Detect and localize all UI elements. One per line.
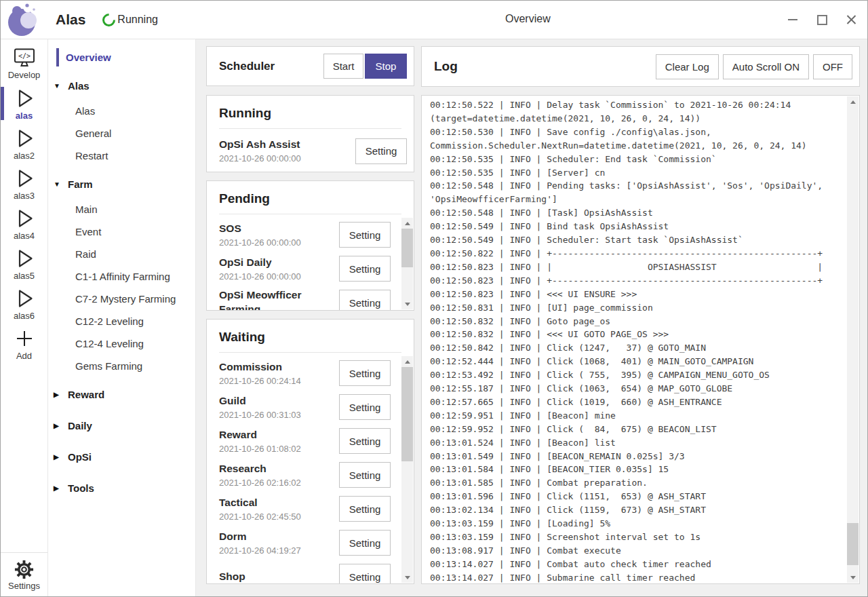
log-title: Log <box>434 59 652 74</box>
setting-button[interactable]: Setting <box>339 256 391 282</box>
rail-item-add[interactable]: Add <box>1 324 47 364</box>
log-line: 00:12:50.548 | INFO | Pending tasks: ['O… <box>430 179 846 193</box>
scroll-up-icon[interactable] <box>401 218 413 229</box>
scrollbar-thumb[interactable] <box>401 367 413 461</box>
nav-item-general[interactable]: General <box>48 122 195 145</box>
auto-scroll-off-button[interactable]: OFF <box>813 54 852 79</box>
setting-button[interactable]: Setting <box>339 360 391 386</box>
nav-item-label: Overview <box>66 52 111 63</box>
log-scrollbar[interactable] <box>847 96 859 583</box>
play-icon <box>13 167 36 190</box>
minimize-button[interactable] <box>787 14 798 25</box>
nav-item-gems-farming[interactable]: Gems Farming <box>48 355 195 377</box>
setting-button[interactable]: Setting <box>339 290 391 310</box>
nav-item-overview[interactable]: Overview <box>48 47 195 67</box>
rail-item-alas5[interactable]: alas5 <box>1 244 47 284</box>
setting-button[interactable]: Setting <box>355 138 407 164</box>
setting-button[interactable]: Setting <box>339 428 391 454</box>
close-button[interactable] <box>846 14 856 25</box>
rail-item-alas[interactable]: alas <box>1 83 47 123</box>
nav-group-header-opsi[interactable]: ▶ OpSi <box>48 443 195 471</box>
play-icon <box>13 127 36 150</box>
nav-item-alas[interactable]: Alas <box>48 100 195 122</box>
rail-item-label: alas3 <box>14 191 35 201</box>
triangle-collapsed-icon: ▶ <box>54 422 62 429</box>
scroll-down-icon[interactable] <box>401 298 413 309</box>
waiting-scrollbar[interactable] <box>401 356 413 583</box>
nav-item-c7-2-mystery-farming[interactable]: C7-2 Mystery Farming <box>48 288 195 310</box>
task-row: SOS 2021-10-26 00:00:00 Setting <box>219 218 391 252</box>
triangle-collapsed-icon: ▶ <box>54 391 62 398</box>
start-button[interactable]: Start <box>323 54 363 79</box>
rail-item-alas2[interactable]: alas2 <box>1 123 47 163</box>
running-card: Running OpSi Ash Assist 2021-10-26 00:00… <box>206 95 414 172</box>
rail-item-label: alas4 <box>14 231 35 241</box>
task-name: Tactical <box>219 495 339 509</box>
nav-group-label: Daily <box>68 420 92 431</box>
log-column: Log Clear Log Auto Scroll ON OFF 00:12:5… <box>421 46 860 584</box>
task-name: Dorm <box>219 529 339 543</box>
nav-group-header-tools[interactable]: ▶ Tools <box>48 474 195 502</box>
running-title: Running <box>219 96 401 129</box>
rail-item-alas4[interactable]: alas4 <box>1 204 47 244</box>
setting-button[interactable]: Setting <box>339 496 391 522</box>
clear-log-button[interactable]: Clear Log <box>656 54 719 79</box>
nav-item-c12-4-leveling[interactable]: C12-4 Leveling <box>48 332 195 355</box>
scrollbar-thumb[interactable] <box>401 229 413 267</box>
nav-group-header-alas[interactable]: ▼ Alas <box>48 72 195 100</box>
task-time: 2021-10-26 00:31:03 <box>219 409 339 421</box>
rail-item-alas6[interactable]: alas6 <box>1 284 47 324</box>
setting-button[interactable]: Setting <box>339 564 391 583</box>
instance-rail: </> Develop alas alas2 alas3 alas4 <box>1 39 48 596</box>
log-line: 00:12:59.952 | INFO | Click ( 84, 675) @… <box>430 423 846 436</box>
scrollbar-thumb[interactable] <box>847 523 859 565</box>
triangle-expanded-icon: ▼ <box>54 180 62 188</box>
rail-item-label: Add <box>16 351 32 361</box>
task-row: Shop Setting <box>219 560 391 583</box>
setting-button[interactable]: Setting <box>339 462 391 488</box>
pending-scrollbar[interactable] <box>401 218 413 309</box>
log-line: 00:12:50.530 | INFO | Save config ./conf… <box>430 126 846 139</box>
scheduler-column: Scheduler Start Stop Running OpSi Ash As… <box>206 46 414 584</box>
nav-group-header-reward[interactable]: ▶ Reward <box>48 381 195 408</box>
task-row: Reward 2021-10-26 01:08:02 Setting <box>219 424 391 458</box>
log-line: 00:12:50.823 | INFO | +-----------------… <box>430 274 846 288</box>
maximize-icon <box>817 15 827 25</box>
log-line: 00:12:50.822 | INFO | +-----------------… <box>430 247 846 261</box>
play-icon <box>13 207 36 230</box>
task-name: Shop <box>219 569 339 583</box>
log-line: 00:13:08.917 | INFO | Combat execute <box>430 544 846 558</box>
nav-item-c1-1-affinity-farming[interactable]: C1-1 Affinity Farming <box>48 265 195 288</box>
nav-item-c12-2-leveling[interactable]: C12-2 Leveling <box>48 310 195 332</box>
play-icon <box>13 247 36 270</box>
maximize-button[interactable] <box>816 14 827 25</box>
setting-button[interactable]: Setting <box>339 394 391 420</box>
setting-button[interactable]: Setting <box>339 530 391 556</box>
scroll-down-icon[interactable] <box>401 572 413 583</box>
scheduler-title: Scheduler <box>219 60 323 73</box>
log-line: 00:12:53.492 | INFO | Click ( 755, 395) … <box>430 368 846 382</box>
nav-item-raid[interactable]: Raid <box>48 243 195 265</box>
rail-item-settings[interactable]: Settings <box>1 552 47 596</box>
setting-button[interactable]: Setting <box>339 222 391 248</box>
minimize-icon <box>788 19 797 20</box>
rail-item-alas3[interactable]: alas3 <box>1 163 47 204</box>
auto-scroll-on-button[interactable]: Auto Scroll ON <box>723 54 809 79</box>
log-line: (target=datetime.datetime(2021, 10, 26, … <box>430 112 846 126</box>
log-line: 00:13:01.596 | INFO | Click (1151, 653) … <box>430 490 846 503</box>
pending-task-list: SOS 2021-10-26 00:00:00 Setting OpSi Dai… <box>207 214 397 310</box>
nav-group-header-farm[interactable]: ▼ Farm <box>48 170 195 198</box>
nav-group-header-daily[interactable]: ▶ Daily <box>48 412 195 440</box>
rail-item-develop[interactable]: </> Develop <box>1 43 47 83</box>
scroll-up-icon[interactable] <box>401 356 413 367</box>
stop-button[interactable]: Stop <box>365 54 407 79</box>
nav-item-event[interactable]: Event <box>48 220 195 243</box>
nav-item-main[interactable]: Main <box>48 198 195 220</box>
nav-item-restart[interactable]: Restart <box>48 145 195 167</box>
title-bar: Alas Running Overview <box>1 1 867 39</box>
scroll-down-icon[interactable] <box>847 572 859 583</box>
alas-logo-icon <box>7 2 41 37</box>
log-line: 00:12:59.951 | INFO | [Beacon] mine <box>430 409 846 423</box>
scroll-up-icon[interactable] <box>847 96 859 107</box>
waiting-title: Waiting <box>219 320 401 353</box>
